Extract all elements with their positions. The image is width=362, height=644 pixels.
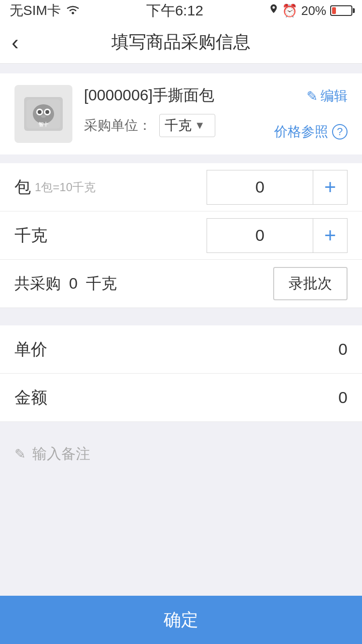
section-divider-1 — [0, 154, 362, 163]
svg-point-7 — [41, 115, 46, 118]
total-unit: 千克 — [86, 275, 117, 292]
amount-row: 金额 0 — [0, 374, 362, 422]
bag-label: 包 — [14, 176, 31, 198]
kg-input-row: 千克 + — [0, 211, 362, 260]
plus-icon: + — [324, 176, 336, 199]
unit-label: 采购单位： — [84, 116, 152, 135]
status-bar: 无SIM卡 下午6:12 ⏰ 20% — [0, 0, 362, 21]
edit-icon: ✎ — [306, 88, 318, 104]
kg-label: 千克 — [14, 224, 47, 247]
svg-text:智十: 智十 — [38, 122, 49, 127]
back-icon: ‹ — [12, 30, 19, 55]
plus-icon-2: + — [324, 224, 336, 247]
total-row: 共采购 0 千克 录批次 — [0, 260, 362, 308]
battery-icon — [330, 5, 352, 16]
battery-percent: 20% — [301, 3, 326, 18]
svg-point-6 — [45, 110, 49, 114]
chevron-down-icon: ▼ — [195, 119, 205, 132]
svg-point-5 — [38, 110, 42, 114]
page-title: 填写商品采购信息 — [111, 30, 251, 54]
svg-point-2 — [33, 104, 54, 124]
product-image: 智十 — [14, 85, 72, 143]
unit-price-row: 单价 0 — [0, 325, 362, 374]
detail-section: 单价 0 金额 0 — [0, 325, 362, 422]
carrier-label: 无SIM卡 — [10, 1, 61, 20]
amount-label: 金额 — [14, 387, 47, 409]
bag-plus-button[interactable]: + — [313, 170, 348, 205]
remarks-section[interactable]: ✎ 输入备注 — [0, 431, 362, 477]
status-left: 无SIM卡 — [10, 1, 80, 20]
edit-label: 编辑 — [320, 87, 348, 105]
bag-quantity-input[interactable] — [207, 170, 313, 205]
total-amount: 0 — [69, 275, 78, 292]
back-button[interactable]: ‹ — [12, 30, 19, 55]
product-image-placeholder: 智十 — [24, 97, 63, 131]
bag-sublabel: 1包=10千克 — [35, 180, 96, 195]
edit-button[interactable]: ✎ 编辑 — [306, 87, 348, 105]
unit-select[interactable]: 千克 ▼ — [159, 114, 215, 137]
kg-plus-button[interactable]: + — [313, 218, 348, 253]
help-icon: ? — [332, 124, 348, 140]
nav-bar: ‹ 填写商品采购信息 — [0, 21, 362, 64]
remarks-placeholder: 输入备注 — [32, 444, 90, 464]
amount-value: 0 — [338, 388, 348, 407]
location-icon — [269, 3, 278, 18]
bag-input-row: 包 1包=10千克 + — [0, 163, 362, 211]
unit-price-label: 单价 — [14, 338, 47, 361]
product-card: 智十 [0000006]手撕面包 采购单位： 千克 ▼ ✎ 编辑 价格参照 ? — [0, 73, 362, 154]
total-text: 共采购 0 千克 — [14, 273, 117, 294]
kg-quantity-input[interactable] — [207, 218, 313, 253]
pencil-icon: ✎ — [14, 446, 26, 462]
section-divider-2 — [0, 308, 362, 317]
svg-point-0 — [71, 12, 74, 14]
wifi-icon — [66, 3, 80, 18]
unit-value: 千克 — [165, 116, 192, 135]
bag-input-right: + — [207, 170, 348, 205]
alarm-icon: ⏰ — [282, 3, 297, 18]
status-time: 下午6:12 — [146, 1, 203, 21]
unit-price-value: 0 — [338, 340, 348, 359]
confirm-button[interactable]: 确定 — [0, 596, 362, 644]
status-right: ⏰ 20% — [269, 3, 352, 18]
content-spacer — [0, 477, 362, 574]
kg-input-right: + — [207, 218, 348, 253]
price-ref-label: 价格参照 — [274, 123, 328, 141]
record-batch-button[interactable]: 录批次 — [273, 267, 348, 300]
input-section: 包 1包=10千克 + 千克 + — [0, 163, 362, 260]
total-prefix: 共采购 — [14, 275, 61, 292]
price-ref-button[interactable]: 价格参照 ? — [274, 123, 348, 141]
